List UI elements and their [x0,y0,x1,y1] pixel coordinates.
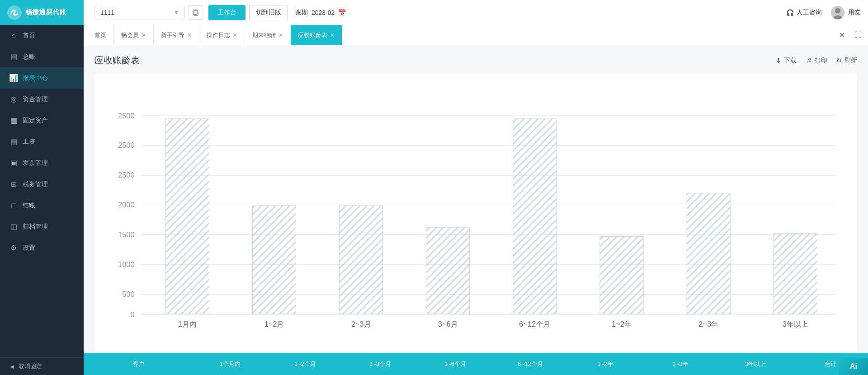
print-icon: 🖨 [806,57,812,64]
copy-button[interactable] [189,5,203,20]
top-header: 畅捷通易代账 1111 ▼ 工作台 切到旧版 账期 2023-02 📅 🎧 人工… [0,0,868,25]
logo-icon [7,5,22,20]
bar-3yearplus [774,234,817,314]
aging-chart: 2500 2500 2500 2000 1500 1000 500 0 [104,83,848,353]
tabs-actions: ✕ ⛶ [835,29,864,42]
svg-text:2500: 2500 [118,112,135,120]
page-content: 应收账龄表 ⬇ 下载 🖨 打印 ↻ 刷新 [84,45,868,353]
sidebar-item-archive[interactable]: ◫ 归档管理 [0,216,84,237]
refresh-button[interactable]: ↻ 刷新 [836,56,857,65]
tab-label-oplog: 操作日志 [207,31,230,39]
user-area[interactable]: 用友 [831,6,861,19]
refresh-label: 刷新 [844,56,857,65]
svg-text:1~2月: 1~2月 [264,320,284,328]
svg-text:2500: 2500 [118,171,135,179]
print-label: 打印 [815,56,827,65]
tab-close-oplog[interactable]: ✕ [233,32,237,38]
bar-1month [165,119,209,314]
main-layout: ⌂ 首页 ▤ 总账 📊 报表中心 ◎ 资金管理 ▦ 固定资产 ▤ 工资 ▣ 发票… [0,25,868,375]
avatar [831,6,844,19]
table-header-0: 客户 [84,360,193,368]
tab-member[interactable]: 畅会员 ✕ [114,25,154,45]
tab-oplog[interactable]: 操作日志 ✕ [199,25,245,45]
tab-close-aging[interactable]: ✕ [330,32,335,38]
expand-tab-button[interactable]: ⛶ [852,29,864,42]
download-label: 下载 [784,56,797,65]
svg-text:6~12个月: 6~12个月 [519,320,550,328]
svg-text:1~2年: 1~2年 [612,320,632,328]
assets-nav-icon: ▦ [9,116,18,125]
workbench-button[interactable]: 工作台 [208,5,245,20]
table-header-8: 3年以上 [718,360,793,368]
sidebar-label-archive: 归档管理 [23,223,48,231]
tab-home[interactable]: 首页 [87,25,114,45]
calendar-icon[interactable]: 📅 [338,9,346,16]
table-header-7: 2~3年 [643,360,718,368]
username-label: 用友 [848,9,861,17]
company-selector[interactable]: 1111 ▼ [94,6,185,19]
switch-old-button[interactable]: 切到旧版 [249,5,288,20]
svg-text:3~6月: 3~6月 [438,320,458,328]
sidebar-item-assets[interactable]: ▦ 固定资产 [0,110,84,131]
tab-close-guide[interactable]: ✕ [187,32,192,38]
sidebar-item-invoice[interactable]: ▣ 发票管理 [0,152,84,173]
download-button[interactable]: ⬇ 下载 [776,56,797,65]
logo-area: 畅捷通易代账 [0,0,84,25]
table-header-6: 1~2年 [568,360,643,368]
cancel-fixed-icon: ◄ [9,363,15,370]
reports-nav-icon: 📊 [9,74,18,82]
table-header: 客户1个月内1~2个月2~3个月3~6个月6~12个月1~2年2~3年3年以上合… [84,353,868,375]
sidebar-item-funds[interactable]: ◎ 资金管理 [0,89,84,110]
svg-text:0: 0 [130,310,134,319]
tabs-bar: 首页畅会员 ✕新手引导 ✕操作日志 ✕期末结转 ✕应收账龄表 ✕ ✕ ⛶ [84,25,868,45]
sidebar-item-salary[interactable]: ▤ 工资 [0,131,84,152]
sidebar-item-reports[interactable]: 📊 报表中心 [0,67,84,89]
tab-close-member[interactable]: ✕ [142,32,146,38]
period-area: 账期 2023-02 📅 [295,9,346,17]
consult-label: 人工咨询 [797,9,822,17]
tab-label-guide: 新手引导 [161,31,184,39]
tab-aging[interactable]: 应收账龄表 ✕ [291,25,342,45]
svg-text:2500: 2500 [118,141,135,149]
cancel-fixed-button[interactable]: ◄ 取消固定 [0,357,84,375]
sidebar-label-home: 首页 [23,32,35,40]
bar-3-6month [426,227,470,314]
sidebar-item-tax[interactable]: ⊞ 税务管理 [0,173,84,195]
bar-1-2month [252,206,296,314]
table-header-2: 1~2个月 [268,360,343,368]
sidebar-item-settings[interactable]: ⚙ 设置 [0,237,84,258]
svg-text:1月内: 1月内 [178,320,197,328]
sidebar-item-home[interactable]: ⌂ 首页 [0,25,84,46]
sidebar-label-reports: 报表中心 [23,74,48,82]
sidebar-label-salary: 工资 [23,138,35,146]
bar-6-12month [513,119,557,314]
sidebar-item-ledger[interactable]: ▤ 总账 [0,46,84,67]
page-header: 应收账龄表 ⬇ 下载 🖨 打印 ↻ 刷新 [94,54,857,66]
ledger-nav-icon: ▤ [9,52,18,61]
tab-close-period-end[interactable]: ✕ [278,32,283,38]
funds-nav-icon: ◎ [9,95,18,103]
bar-2-3year [687,193,730,314]
svg-text:2~3年: 2~3年 [698,320,718,328]
header-right: 🎧 人工咨询 用友 [786,6,861,19]
svg-point-3 [835,8,840,14]
svg-text:1000: 1000 [118,260,135,268]
tab-period-end[interactable]: 期末结转 ✕ [245,25,291,45]
svg-text:2000: 2000 [118,201,135,209]
svg-text:2~3月: 2~3月 [351,320,371,328]
ai-button[interactable]: Ai [839,358,868,375]
sidebar-item-checkout[interactable]: ◻ 结账 [0,195,84,216]
salary-nav-icon: ▤ [9,137,18,146]
chart-container: 2500 2500 2500 2000 1500 1000 500 0 [94,74,857,353]
company-dropdown-icon: ▼ [174,9,179,16]
tab-label-member: 畅会员 [121,31,139,39]
download-icon: ⬇ [776,57,781,64]
sidebar-label-tax: 税务管理 [23,180,48,188]
invoice-nav-icon: ▣ [9,159,18,167]
period-label: 账期 [295,9,308,17]
consult-button[interactable]: 🎧 人工咨询 [786,9,822,17]
table-header-3: 2~3个月 [343,360,418,368]
tab-guide[interactable]: 新手引导 ✕ [154,25,199,45]
close-tab-button[interactable]: ✕ [835,29,848,42]
print-button[interactable]: 🖨 打印 [806,56,827,65]
